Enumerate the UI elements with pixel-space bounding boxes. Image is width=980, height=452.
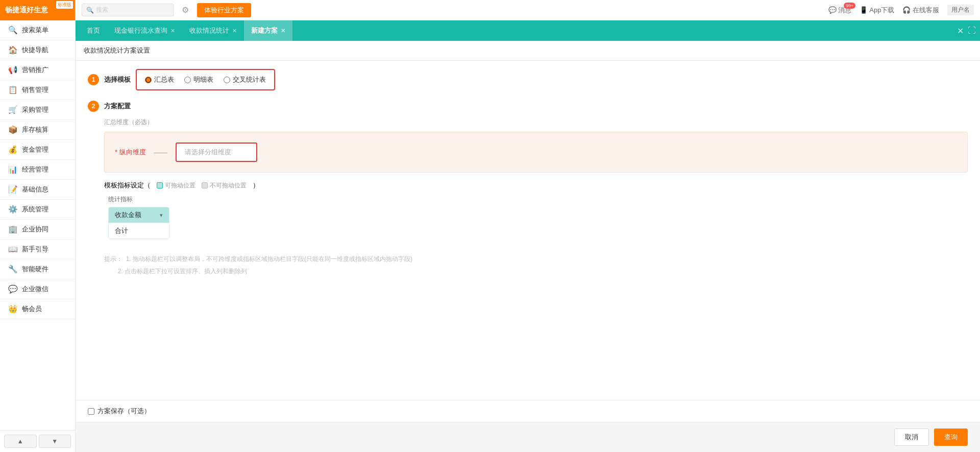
sidebar-item-search[interactable]: 🔍 搜索菜单: [0, 20, 75, 40]
sidebar-item-label: 新手引导: [22, 245, 48, 254]
metric-header[interactable]: 收款金额 ▾: [109, 207, 169, 223]
indicator-section: 模板指标设定（ 可拖动位置 不可拖动位置 ）: [104, 181, 968, 241]
radio-cross[interactable]: 交叉统计表: [224, 75, 266, 84]
tabs-bar: 首页 现金银行流水查询 ✕ 收款情况统计 ✕ 新建方案 ✕ ✕ ⛶: [76, 20, 980, 41]
sidebar-item-member[interactable]: 👑 畅会员: [0, 299, 75, 319]
online-service-label: 在线客服: [913, 6, 939, 14]
radio-summary[interactable]: 汇总表: [145, 75, 174, 84]
save-checkbox-input[interactable]: [88, 408, 94, 415]
radio-summary-input[interactable]: [145, 77, 152, 83]
form-content: 1 选择模板 汇总表 明细表: [76, 61, 980, 400]
metric-header-text: 收款金额: [115, 210, 141, 220]
sidebar-item-guide[interactable]: 📖 新手引导: [0, 240, 75, 259]
radio-detail[interactable]: 明细表: [184, 75, 213, 84]
sidebar-bottom: ▲ ▼: [0, 430, 75, 452]
arrow: ——: [154, 149, 167, 156]
online-service[interactable]: 🎧 在线客服: [902, 6, 939, 15]
step2-body: 汇总维度（必选） * 纵向维度 —— 请选择分组维度 模板指标设定（: [88, 118, 968, 277]
bottom-section: 方案保存（可选）: [76, 400, 980, 422]
system-icon: ⚙️: [8, 205, 18, 214]
step1-header: 1 选择模板 汇总表 明细表: [88, 69, 968, 90]
sidebar-item-wechat[interactable]: 💬 企业微信: [0, 279, 75, 299]
tab-cashflow-close[interactable]: ✕: [170, 28, 175, 34]
footer: 取消 查询: [76, 422, 980, 452]
sidebar-item-label: 资金管理: [22, 145, 48, 154]
sidebar-item-system[interactable]: ⚙️ 系统管理: [0, 200, 75, 220]
radio-detail-label: 明细表: [193, 75, 213, 84]
home-icon: 🏠: [8, 45, 18, 55]
step2-header: 2 方案配置: [88, 101, 968, 112]
tab-new-plan[interactable]: 新建方案 ✕: [244, 20, 292, 41]
window-close-icon[interactable]: ✕: [957, 26, 964, 36]
sidebar-item-management[interactable]: 📊 经营管理: [0, 160, 75, 180]
tip-1: 提示： 1. 拖动标题栏可以调整布局，不可跨维度或指标区域拖动栏目字段(只能在同…: [104, 253, 968, 265]
page-header: 收款情况统计方案设置: [76, 41, 980, 61]
tab-payment-stats-label: 收款情况统计: [189, 26, 229, 35]
step2-section: 2 方案配置 汇总维度（必选） * 纵向维度 —— 请选择分组维度: [88, 101, 968, 277]
tab-home-label: 首页: [87, 26, 100, 35]
content-area: 收款情况统计方案设置 1 选择模板 汇总表: [76, 41, 980, 452]
topbar: 🔍 搜索 ⚙ 体验行业方案 💬 99+ 消息 📱 App下载 🎧 在线客服 用户…: [76, 0, 980, 20]
save-option[interactable]: 方案保存（可选）: [88, 407, 151, 416]
gear-icon[interactable]: ⚙: [182, 5, 189, 15]
purchase-icon: 🛒: [8, 105, 18, 114]
sidebar-item-nav[interactable]: 🏠 快捷导航: [0, 40, 75, 60]
indicator-settings-label: 模板指标设定（: [104, 181, 151, 190]
sidebar: 畅捷通好生意 标准版 🔍 搜索菜单 🏠 快捷导航 📢 营销推广 📋 销售管理 🛒…: [0, 0, 76, 452]
sidebar-item-basic-info[interactable]: 📝 基础信息: [0, 180, 75, 200]
sidebar-item-purchase[interactable]: 🛒 采购管理: [0, 100, 75, 120]
dim-select-box[interactable]: 请选择分组维度: [176, 142, 257, 162]
tab-payment-stats-close[interactable]: ✕: [232, 28, 237, 34]
tip-2: 2. 点击标题栏下拉可设置排序、插入列和删除列: [104, 265, 968, 277]
stats-label: 统计指标: [108, 195, 968, 204]
tab-home[interactable]: 首页: [80, 20, 107, 41]
user-info: 用户名: [947, 5, 974, 15]
sidebar-item-sales[interactable]: 📋 销售管理: [0, 80, 75, 100]
hardware-icon: 🔧: [8, 265, 18, 274]
search-box[interactable]: 🔍 搜索: [82, 4, 174, 16]
sidebar-item-enterprise[interactable]: 🏢 企业协同: [0, 220, 75, 240]
sidebar-item-finance[interactable]: 💰 资金管理: [0, 140, 75, 160]
sidebar-item-label: 经营管理: [22, 165, 48, 174]
sidebar-item-label: 销售管理: [22, 85, 48, 94]
sidebar-up-btn[interactable]: ▲: [4, 435, 37, 448]
industry-btn[interactable]: 体验行业方案: [197, 3, 251, 17]
vertical-dim-label: * 纵向维度: [115, 148, 146, 157]
sidebar-down-btn[interactable]: ▼: [39, 435, 71, 448]
enterprise-icon: 🏢: [8, 225, 18, 234]
window-expand-icon[interactable]: ⛶: [968, 26, 976, 35]
sidebar-item-marketing[interactable]: 📢 营销推广: [0, 60, 75, 80]
metric-row-total: 合计: [109, 223, 169, 239]
sidebar-item-label: 搜索菜单: [22, 26, 48, 35]
tab-new-plan-label: 新建方案: [251, 26, 278, 35]
search-icon: 🔍: [86, 7, 94, 14]
metric-area: 统计指标 收款金额 ▾ 合计: [104, 195, 968, 241]
dim-placeholder: 请选择分组维度: [185, 148, 231, 157]
radio-detail-input[interactable]: [184, 77, 191, 83]
tab-payment-stats[interactable]: 收款情况统计 ✕: [182, 20, 244, 41]
sidebar-item-inventory[interactable]: 📦 库存核算: [0, 120, 75, 140]
template-selector: 汇总表 明细表 交叉统计表: [136, 69, 275, 90]
metric-row-text: 合计: [115, 227, 128, 234]
indicator-header: 模板指标设定（ 可拖动位置 不可拖动位置 ）: [104, 181, 968, 190]
radio-cross-input[interactable]: [224, 77, 230, 83]
search-placeholder: 搜索: [96, 6, 108, 14]
app-download[interactable]: 📱 App下载: [860, 6, 894, 15]
service-icon: 🎧: [902, 6, 911, 14]
tips-section: 提示： 1. 拖动标题栏可以调整布局，不可跨维度或指标区域拖动栏目字段(只能在同…: [104, 253, 968, 277]
cancel-button[interactable]: 取消: [894, 429, 929, 446]
step2-number: 2: [88, 101, 99, 112]
notification-icon[interactable]: 💬 99+ 消息: [828, 6, 852, 15]
step1-section: 1 选择模板 汇总表 明细表: [88, 69, 968, 90]
user-name: 用户名: [951, 6, 970, 13]
query-button[interactable]: 查询: [934, 429, 968, 446]
metric-table: 收款金额 ▾ 合计: [108, 207, 169, 239]
tab-new-plan-close[interactable]: ✕: [281, 28, 285, 34]
tab-cashflow[interactable]: 现金银行流水查询 ✕: [107, 20, 182, 41]
step1-number: 1: [88, 74, 99, 85]
sidebar-item-label: 企业协同: [22, 225, 48, 234]
sidebar-item-hardware[interactable]: 🔧 智能硬件: [0, 259, 75, 279]
tab-cashflow-label: 现金银行流水查询: [114, 26, 167, 35]
draggable-legend: 可拖动位置: [157, 181, 195, 190]
main-area: 🔍 搜索 ⚙ 体验行业方案 💬 99+ 消息 📱 App下载 🎧 在线客服 用户…: [76, 0, 980, 452]
